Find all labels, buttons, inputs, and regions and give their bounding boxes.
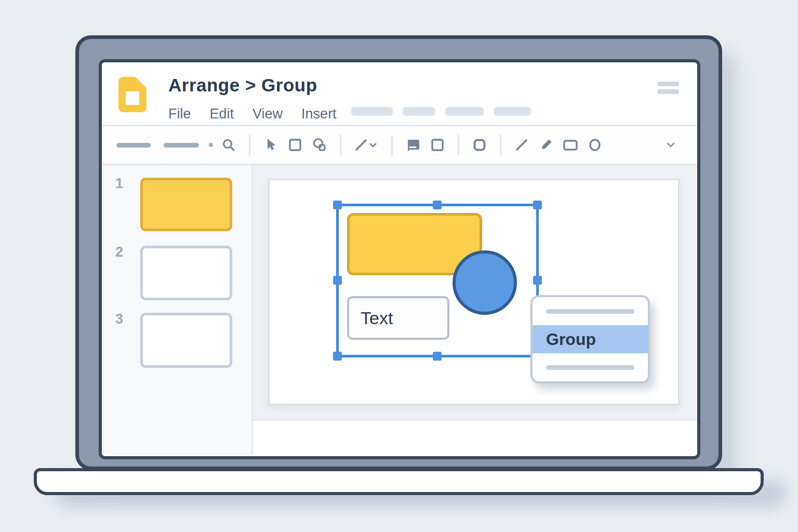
rect-select-icon[interactable] [286, 136, 304, 154]
selection-handle[interactable] [433, 201, 442, 209]
menu-placeholders [351, 107, 531, 116]
hamburger-menu-icon[interactable] [657, 82, 679, 94]
menu-item-placeholder[interactable] [445, 107, 484, 116]
app-body: 1 2 3 [102, 165, 697, 455]
menu-item-placeholder[interactable] [494, 107, 531, 116]
canvas-area: Text Group [253, 165, 697, 419]
shapes-icon[interactable] [311, 136, 328, 154]
ellipse-icon[interactable] [586, 136, 604, 154]
app-header: Arrange > Group File Edit View Insert [102, 62, 697, 126]
slide-thumbnail-3[interactable] [140, 313, 232, 368]
toolbar-divider [458, 135, 459, 155]
menu-item-placeholder[interactable] [351, 107, 393, 116]
selection-handle[interactable] [533, 276, 542, 285]
frame-icon[interactable] [429, 136, 446, 154]
pen-icon[interactable] [537, 136, 555, 154]
menu-item-placeholder[interactable] [403, 107, 435, 116]
line-tool-icon[interactable] [353, 136, 380, 154]
line-weight-sample[interactable] [116, 143, 151, 148]
selection-handle[interactable] [333, 352, 342, 361]
toolbar-divider [249, 135, 250, 155]
toolbar-divider [340, 135, 341, 155]
rectangle-icon[interactable] [562, 136, 579, 154]
line-weight-sample[interactable] [164, 143, 199, 148]
slide-number: 3 [115, 311, 123, 327]
slide-number: 2 [115, 244, 123, 260]
context-menu: Group [530, 295, 650, 383]
menu-item-placeholder-bar [546, 365, 634, 370]
slide-thumbnail-1[interactable] [140, 178, 232, 231]
menu-bar: File Edit View Insert [168, 106, 337, 122]
app-window: Arrange > Group File Edit View Insert [99, 59, 700, 459]
slides-panel: 1 2 3 [102, 165, 253, 455]
slide-number: 1 [115, 176, 123, 192]
context-menu-item-placeholder[interactable] [533, 353, 648, 381]
work-area: Text Group [253, 165, 697, 455]
slides-logo-icon [118, 77, 147, 112]
slide-canvas[interactable]: Text Group [268, 179, 680, 405]
page-title: Arrange > Group [168, 75, 317, 96]
menu-item-insert[interactable]: Insert [301, 106, 337, 122]
bottom-strip [253, 419, 697, 455]
menu-item-view[interactable]: View [252, 106, 283, 122]
group-menu-label: Group [546, 330, 596, 349]
chevron-down-icon[interactable] [662, 136, 680, 154]
cursor-icon[interactable] [262, 136, 280, 154]
selection-handle[interactable] [333, 276, 342, 285]
image-icon[interactable] [471, 136, 488, 154]
selection-handle[interactable] [533, 201, 542, 209]
text-shape-label: Text [361, 308, 393, 328]
text-box-shape[interactable]: Text [347, 296, 449, 340]
toolbar [102, 126, 697, 165]
line-icon[interactable] [513, 136, 530, 154]
menu-item-placeholder-bar [546, 309, 634, 314]
toolbar-divider [500, 135, 501, 155]
toolbar-divider [391, 135, 393, 155]
laptop-base [34, 468, 764, 495]
context-menu-item-placeholder[interactable] [533, 297, 648, 325]
context-menu-item-group[interactable]: Group [533, 325, 648, 353]
selection-handle[interactable] [433, 352, 442, 361]
text-box-icon[interactable] [404, 136, 422, 154]
menu-item-edit[interactable]: Edit [210, 106, 234, 122]
illustration-stage: Arrange > Group File Edit View Insert [0, 0, 798, 532]
slide-thumbnail-2[interactable] [140, 246, 232, 300]
menu-item-file[interactable]: File [168, 106, 191, 122]
zoom-icon[interactable] [220, 136, 237, 154]
blue-circle-shape[interactable] [453, 250, 517, 315]
dot-icon [209, 143, 213, 147]
selection-handle[interactable] [333, 201, 342, 209]
